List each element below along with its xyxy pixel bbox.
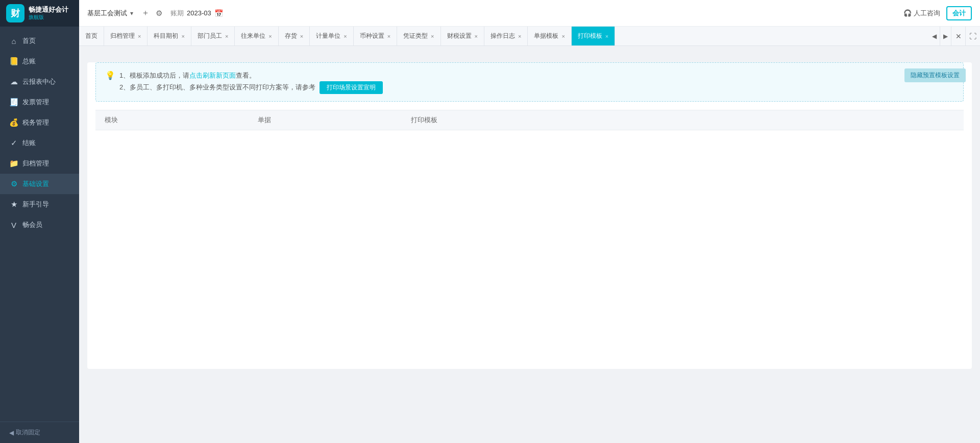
project-name: 基层工会测试 — [87, 9, 127, 18]
logo-title: 畅捷通好会计 — [29, 6, 68, 14]
calendar-icon[interactable]: 📅 — [214, 9, 223, 17]
tab-close-supplier[interactable]: × — [268, 33, 272, 39]
tab-close-department[interactable]: × — [225, 33, 228, 39]
project-chevron-icon: ▾ — [130, 10, 133, 17]
sidebar-item-member[interactable]: V 畅会员 — [0, 215, 79, 235]
cancel-fixed-label: 取消固定 — [16, 428, 40, 437]
sidebar-item-label-invoice: 发票管理 — [22, 98, 49, 107]
sidebar-item-home[interactable]: ⌂ 首页 — [0, 31, 79, 51]
logo-text: 畅捷通好会计 旗舰版 — [29, 6, 68, 21]
sidebar: 财 畅捷通好会计 旗舰版 ⌂ 首页 📒 总账 ☁ 云报表中心 🧾 发票管理 💰 … — [0, 0, 79, 443]
tab-label-inventory: 存货 — [285, 32, 297, 40]
settings-icon[interactable]: ⚙ — [156, 9, 162, 18]
reports-icon: ☁ — [9, 77, 18, 86]
service-btn[interactable]: 🎧 人工咨询 — [903, 9, 940, 18]
print-scene-btn[interactable]: 打印场景设置宣明 — [320, 81, 383, 94]
sidebar-item-label-tax: 税务管理 — [22, 118, 49, 127]
tab-close-single[interactable]: × — [561, 33, 565, 39]
tab-close-oplog[interactable]: × — [518, 33, 521, 39]
sidebar-item-ledger[interactable]: 📒 总账 — [0, 51, 79, 72]
tab-fiscal[interactable]: 财税设置× — [441, 27, 484, 46]
col-template-header: 打印模板 — [411, 115, 954, 125]
tab-close-print[interactable]: × — [605, 33, 608, 39]
sidebar-item-reports[interactable]: ☁ 云报表中心 — [0, 72, 79, 92]
tabs-prev-btn[interactable]: ◀ — [929, 27, 940, 46]
tab-label-single: 单据模板 — [534, 32, 558, 40]
tabs-close-all-btn[interactable]: ✕ — [951, 27, 966, 46]
tab-label-home: 首页 — [85, 32, 97, 40]
sidebar-item-label-settlement: 结账 — [22, 138, 36, 148]
add-tab-btn[interactable]: ＋ — [138, 7, 153, 19]
service-label: 人工咨询 — [914, 9, 940, 18]
sidebar-item-label-settings: 基础设置 — [22, 179, 49, 189]
sidebar-logo: 财 畅捷通好会计 旗舰版 — [0, 0, 79, 27]
tab-supplier[interactable]: 往来单位× — [235, 27, 278, 46]
bulb-icon: 💡 — [105, 71, 115, 80]
tab-inventory[interactable]: 存货× — [279, 27, 310, 46]
tab-label-currency: 币种设置 — [360, 32, 384, 40]
member-icon: V — [9, 220, 18, 229]
tab-label-fiscal: 财税设置 — [447, 32, 472, 40]
headset-icon: 🎧 — [903, 9, 912, 17]
tax-icon: 💰 — [9, 118, 18, 127]
sidebar-item-archive[interactable]: 📁 归档管理 — [0, 153, 79, 174]
tab-close-archive[interactable]: × — [138, 33, 141, 39]
tabs-next-btn[interactable]: ▶ — [940, 27, 951, 46]
sidebar-item-guide[interactable]: ★ 新手引导 — [0, 194, 79, 215]
tab-archive[interactable]: 归档管理× — [104, 27, 148, 46]
tab-label-print: 打印模板 — [578, 32, 602, 40]
tab-home[interactable]: 首页 — [79, 27, 104, 46]
notice-line1: 1、模板添加成功后，请点击刷新新页面查看。 — [119, 70, 383, 81]
sidebar-item-label-ledger: 总账 — [22, 57, 36, 66]
tab-subject[interactable]: 科目期初× — [148, 27, 191, 46]
archive-icon: 📁 — [9, 159, 18, 168]
tab-close-inventory[interactable]: × — [300, 33, 303, 39]
hide-preview-btn[interactable]: 隐藏预置模板设置 — [904, 68, 966, 82]
tab-currency[interactable]: 币种设置× — [354, 27, 397, 46]
notice-row: 💡 1、模板添加成功后，请点击刷新新页面查看。 2、多员工、多打印机、多种业务类… — [105, 70, 954, 94]
tab-oplog[interactable]: 操作日志× — [484, 27, 528, 46]
sidebar-item-invoice[interactable]: 🧾 发票管理 — [0, 92, 79, 112]
tab-measure[interactable]: 计量单位× — [310, 27, 353, 46]
sidebar-item-settings[interactable]: ⚙ 基础设置 — [0, 174, 79, 194]
cancel-fixed-icon: ◀ — [9, 429, 14, 436]
tab-department[interactable]: 部门员工× — [191, 27, 235, 46]
sidebar-item-label-archive: 归档管理 — [22, 159, 49, 168]
settings-icon: ⚙ — [9, 179, 18, 189]
logo-subtitle: 旗舰版 — [29, 14, 68, 21]
notice-text: 1、模板添加成功后，请点击刷新新页面查看。 2、多员工、多打印机、多种业务类型设… — [119, 70, 383, 94]
content-panel: 隐藏预置模板设置 💡 1、模板添加成功后，请点击刷新新页面查看。 2、多员工、多… — [87, 62, 972, 369]
tab-single[interactable]: 单据模板× — [528, 27, 571, 46]
notice-line1-prefix: 1、模板添加成功后，请 — [119, 72, 189, 79]
notice-refresh-link[interactable]: 点击刷新新页面 — [189, 72, 236, 79]
tabs-bar: 首页归档管理×科目期初×部门员工×往来单位×存货×计量单位×币种设置×凭证类型×… — [79, 27, 980, 46]
table-header: 模块 单据 打印模板 — [95, 110, 964, 130]
tabs-expand-btn[interactable]: ⛶ — [966, 27, 980, 46]
tab-label-oplog: 操作日志 — [491, 32, 515, 40]
notice-line1-suffix: 查看。 — [236, 72, 256, 79]
tab-close-subject[interactable]: × — [181, 33, 184, 39]
notice-line2: 2、多员工、多打印机、多种业务类型设置不同打印方案等，请参考 打印场景设置宣明 — [119, 81, 383, 94]
tab-close-voucher[interactable]: × — [431, 33, 434, 39]
tab-close-measure[interactable]: × — [344, 33, 347, 39]
sidebar-item-label-reports: 云报表中心 — [22, 77, 56, 86]
tab-print[interactable]: 打印模板× — [572, 27, 615, 46]
logo-icon: 财 — [6, 4, 24, 22]
tab-close-fiscal[interactable]: × — [475, 33, 478, 39]
kuaiji-button[interactable]: 会计 — [946, 6, 972, 20]
main-area: 基层工会测试 ▾ ＋ ⚙ 账期 2023-03 📅 🎧 人工咨询 会计 首页归档… — [79, 0, 980, 443]
project-selector[interactable]: 基层工会测试 ▾ — [87, 9, 133, 18]
sidebar-item-settlement[interactable]: ✓ 结账 — [0, 133, 79, 153]
sidebar-item-label-member: 畅会员 — [22, 220, 42, 229]
col-module-header: 模块 — [105, 115, 258, 125]
sidebar-item-tax[interactable]: 💰 税务管理 — [0, 112, 79, 133]
tab-voucher[interactable]: 凭证类型× — [397, 27, 440, 46]
tab-close-currency[interactable]: × — [387, 33, 390, 39]
tab-label-voucher: 凭证类型 — [403, 32, 428, 40]
tab-label-measure: 计量单位 — [316, 32, 340, 40]
guide-icon: ★ — [9, 200, 18, 209]
content-area: 隐藏预置模板设置 💡 1、模板添加成功后，请点击刷新新页面查看。 2、多员工、多… — [79, 46, 980, 443]
notice-box: 💡 1、模板添加成功后，请点击刷新新页面查看。 2、多员工、多打印机、多种业务类… — [95, 62, 964, 102]
cancel-fixed-btn[interactable]: ◀ 取消固定 — [0, 422, 79, 443]
tab-label-department: 部门员工 — [198, 32, 222, 40]
